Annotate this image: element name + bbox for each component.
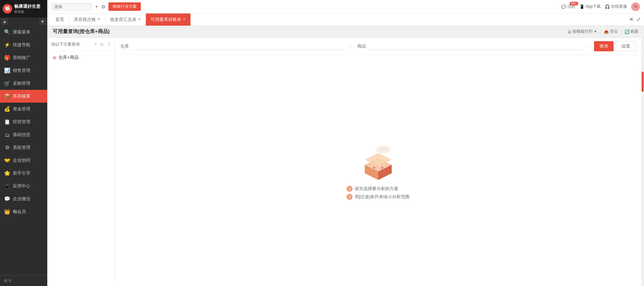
tab-batch-ledger[interactable]: 库存批次账 ✕ xyxy=(69,14,105,26)
divider1: | xyxy=(600,29,601,34)
page-header: 可用量查询(按仓库+商品) 🖨 按模板打印 ▼ | 📤 导出 | 🔄 刷新 xyxy=(47,26,644,38)
sidebar-bottom-user: 账号 xyxy=(4,278,11,283)
product-input[interactable] xyxy=(368,43,583,50)
sidebar-item-app-center[interactable]: 📱 应用中心 xyxy=(0,180,47,192)
svg-point-4 xyxy=(373,167,375,169)
sidebar-item-newbie[interactable]: 🌟 新手引导 xyxy=(0,167,47,180)
tab-close-available-ledger[interactable]: ✕ xyxy=(183,17,186,22)
export-icon: 📤 xyxy=(604,29,609,34)
headset-icon: 🎧 xyxy=(605,4,610,9)
print-chevron-icon: ▼ xyxy=(594,30,597,33)
filter-item-warehouse-product[interactable]: ⊕ 仓库+商品 xyxy=(47,51,114,64)
tab-available-ledger[interactable]: 可用量库存账本 ✕ xyxy=(146,14,191,26)
filter-header: 按以下方案查询 ＋ ⊙ 《 xyxy=(47,38,114,51)
message-icon: 💬 xyxy=(561,4,566,9)
print-icon: 🖨 xyxy=(567,29,571,34)
hint-num-1: 1 xyxy=(346,186,353,192)
print-button[interactable]: 🖨 按模板打印 ▼ xyxy=(567,29,597,34)
gift-icon: 🎁 xyxy=(4,55,10,61)
tab-close-batch-ledger[interactable]: ✕ xyxy=(97,17,100,22)
sidebar-item-vip[interactable]: 👑 畅会员 xyxy=(0,205,47,218)
hint-row-2: 2 用[过滤]条件来缩小分析范围 xyxy=(346,194,410,200)
box-icon: 📦 xyxy=(4,93,10,99)
settings-button[interactable]: 设置 xyxy=(616,41,636,51)
message-button[interactable]: 💬 消息 99+ xyxy=(561,4,575,9)
page-title: 可用量查询(按仓库+商品) xyxy=(53,28,567,35)
sidebar-item-enterprise-wx[interactable]: 💬 企业微信 xyxy=(0,192,47,205)
query-row: 仓库 ··· 商品 ··· 查询 设置 xyxy=(115,38,641,55)
folder-icon: 🗂 xyxy=(4,132,10,138)
filter-panel: 按以下方案查询 ＋ ⊙ 《 ⊕ 仓库+商品 xyxy=(47,38,115,286)
empty-svg xyxy=(358,141,398,182)
sidebar-item-enterprise[interactable]: 🤝 企业协同 xyxy=(0,154,47,167)
clipboard-icon: 📋 xyxy=(4,119,10,125)
tabbar: 首页 库存批次账 ✕ 收发存汇总表 ✕ 可用量库存账本 ✕ ✕ ⤢ xyxy=(47,14,644,26)
right-scrollbar[interactable] xyxy=(641,38,644,286)
sidebar-scroll-down[interactable]: ▼ xyxy=(39,18,46,25)
empty-state: 1 请先选择要分析的方案 2 用[过滤]条件来缩小分析范围 xyxy=(115,55,641,286)
crown-icon: 👑 xyxy=(4,209,10,215)
sidebar-logo: 畅 xyxy=(3,4,12,14)
sidebar-item-system[interactable]: ⚙ 系统管理 xyxy=(0,141,47,154)
table-area: 仓库 ··· 商品 ··· 查询 设置 xyxy=(115,38,641,286)
sidebar-bottom: 账号 xyxy=(0,275,47,286)
sidebar-item-capital[interactable]: 💰 资金管理 xyxy=(0,103,47,115)
empty-illustration xyxy=(358,141,398,182)
phone-icon: 📱 xyxy=(579,4,585,9)
sidebar-scroll-up[interactable]: ▲ xyxy=(1,18,8,25)
star-icon: 🌟 xyxy=(4,170,10,176)
svg-rect-7 xyxy=(380,148,387,149)
filter-add-button[interactable]: ＋ xyxy=(94,41,98,47)
filter-item-icon: ⊕ xyxy=(53,55,56,60)
warehouse-input[interactable] xyxy=(131,43,346,50)
mobile-icon: 📱 xyxy=(4,183,10,189)
query-button[interactable]: 查询 xyxy=(594,41,614,51)
warehouse-label: 仓库 xyxy=(120,43,129,49)
hint-row-1: 1 请先选择要分析的方案 xyxy=(346,186,410,192)
sidebar-item-marketing[interactable]: 🎁 营销推广 xyxy=(0,51,47,64)
svg-rect-8 xyxy=(380,150,385,151)
sidebar-app-subtitle: 标准版 xyxy=(14,9,41,14)
topbar-right: 💬 消息 99+ 📱 App下载 🎧 在线客服 用 xyxy=(561,2,640,11)
sidebar-item-basic-info[interactable]: 🗂 基础信息 xyxy=(0,128,47,141)
export-button[interactable]: 📤 导出 xyxy=(604,29,618,34)
product-field: 商品 ··· xyxy=(357,43,589,50)
user-avatar[interactable]: 用 xyxy=(631,2,640,11)
sidebar-item-inventory[interactable]: 📦 库存核算 xyxy=(0,90,47,103)
warehouse-more-button[interactable]: ··· xyxy=(348,44,352,49)
sidebar-item-quick-nav[interactable]: ⚡ 快捷导航 xyxy=(0,38,47,51)
refresh-button[interactable]: 🔄 刷新 xyxy=(624,29,639,34)
settings-icon[interactable]: ⚙ xyxy=(101,4,106,9)
filter-config-button[interactable]: ⊙ xyxy=(100,42,104,47)
refresh-icon: 🔄 xyxy=(624,29,629,34)
online-service-button[interactable]: 🎧 在线客服 xyxy=(605,4,627,9)
product-label: 商品 xyxy=(357,43,366,49)
sidebar-item-search[interactable]: 🔍 搜索菜单 xyxy=(0,26,47,38)
window-controls: ✕ ⤢ xyxy=(629,16,641,23)
sidebar-app-title: 畅康通好生意 xyxy=(14,3,41,9)
filter-title: 按以下方案查询 xyxy=(51,42,92,47)
window-close-button[interactable]: ✕ xyxy=(629,16,634,23)
sidebar-item-operations[interactable]: 📋 经营管理 xyxy=(0,115,47,128)
sidebar-item-sales[interactable]: 📊 销售管理 xyxy=(0,64,47,77)
hint-num-2: 2 xyxy=(346,194,353,200)
product-more-button[interactable]: ··· xyxy=(585,44,589,49)
topbar: ▼ ⚙ 体验行业方案 💬 消息 99+ 📱 App下载 🎧 在线客服 用 xyxy=(47,0,644,14)
page-actions: 🖨 按模板打印 ▼ | 📤 导出 | 🔄 刷新 xyxy=(567,29,639,34)
empty-hint: 1 请先选择要分析的方案 2 用[过滤]条件来缩小分析范围 xyxy=(346,186,410,200)
dropdown-icon[interactable]: ▼ xyxy=(95,4,99,9)
tab-home[interactable]: 首页 xyxy=(51,14,69,26)
topbar-search-input[interactable] xyxy=(51,3,92,10)
window-expand-button[interactable]: ⤢ xyxy=(636,16,641,23)
main-area: ▼ ⚙ 体验行业方案 💬 消息 99+ 📱 App下载 🎧 在线客服 用 xyxy=(47,0,644,286)
sidebar-item-purchase[interactable]: 🛒 采购管理 xyxy=(0,77,47,90)
tab-receive-summary[interactable]: 收发存汇总表 ✕ xyxy=(105,14,146,26)
app-download-button[interactable]: 📱 App下载 xyxy=(579,4,601,9)
chart-icon: 📊 xyxy=(4,68,10,74)
cart-icon: 🛒 xyxy=(4,80,10,86)
filter-collapse-button[interactable]: 《 xyxy=(106,41,110,47)
industry-solution-button[interactable]: 体验行业方案 xyxy=(108,2,141,11)
tab-close-receive-summary[interactable]: ✕ xyxy=(138,17,141,22)
svg-point-5 xyxy=(381,167,383,169)
content-area: 按以下方案查询 ＋ ⊙ 《 ⊕ 仓库+商品 仓库 ··· 商品 xyxy=(47,38,644,286)
